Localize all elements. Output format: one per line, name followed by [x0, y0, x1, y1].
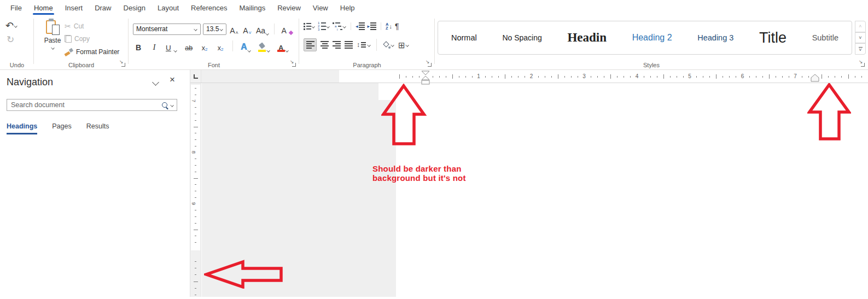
menu-tab[interactable]: View — [307, 0, 334, 15]
paste-button[interactable]: Paste — [42, 19, 63, 58]
style-gallery-item[interactable]: Title — [759, 30, 787, 46]
menu-tab[interactable]: Draw — [89, 0, 117, 15]
menu-tab-label: View — [313, 4, 328, 12]
navigation-tab[interactable]: Headings — [7, 122, 37, 134]
chevron-down-icon — [342, 25, 346, 28]
styles-dialog-launcher-icon[interactable] — [859, 61, 865, 67]
indent-lines-icon — [359, 22, 365, 30]
change-case-button[interactable]: Aa — [255, 23, 270, 35]
navigation-tab[interactable]: Results — [86, 122, 109, 134]
menu-tab[interactable]: Insert — [59, 0, 89, 15]
arrow-left-icon: ◂ — [356, 24, 358, 29]
multilevel-list-button[interactable]: a i — [333, 22, 346, 31]
styles-more-button[interactable]: ˅ — [855, 43, 866, 55]
search-icon[interactable] — [161, 102, 168, 109]
font-name-combobox[interactable]: Montserrat — [133, 24, 201, 35]
navigation-tab-label: Results — [86, 122, 109, 130]
strikethrough-button[interactable]: ab — [183, 40, 194, 52]
shrink-font-button[interactable]: A˅ — [242, 23, 253, 35]
right-indent-marker[interactable] — [811, 74, 819, 83]
spacing-lines-icon — [361, 42, 366, 48]
menu-tab-label: Layout — [158, 4, 179, 12]
menu-tab[interactable]: Design — [118, 0, 152, 15]
menu-tab[interactable]: Mailings — [234, 0, 272, 15]
search-input[interactable] — [7, 101, 161, 109]
document-page[interactable] — [396, 83, 868, 297]
paint-bucket-icon — [382, 41, 391, 49]
align-right-button[interactable] — [333, 41, 341, 49]
annotation-up-arrow-left — [381, 84, 427, 146]
multilevel-list-icon: a i — [333, 22, 342, 31]
highlight-color-button[interactable] — [257, 40, 271, 52]
style-gallery-item[interactable]: No Spacing — [502, 33, 541, 42]
style-gallery-item[interactable]: Subtitle — [812, 33, 838, 42]
bold-button[interactable]: B — [133, 40, 144, 52]
italic-button[interactable]: I — [149, 40, 160, 52]
chevron-down-icon — [173, 49, 177, 52]
chevron-down-icon[interactable] — [152, 79, 159, 86]
ruler-inch-number: 9 — [191, 202, 197, 205]
redo-button[interactable]: ↻ — [7, 35, 14, 45]
paste-dropdown-chevron-icon[interactable] — [51, 46, 55, 50]
superscript-button[interactable]: x2 — [215, 40, 226, 52]
underline-button[interactable]: U — [165, 40, 178, 52]
menu-tab[interactable]: File — [4, 0, 28, 15]
chevron-down-icon[interactable] — [14, 24, 18, 28]
chevron-down-icon[interactable] — [170, 103, 174, 107]
group-label-clipboard: Clipboard — [34, 62, 129, 68]
increase-indent-button[interactable]: ▸ — [368, 22, 377, 30]
styles-scroll-down-button[interactable]: ˅ — [855, 32, 866, 44]
menu-tab[interactable]: Layout — [152, 0, 185, 15]
annotation-up-arrow-right — [807, 83, 851, 141]
paragraph-dialog-launcher-icon[interactable] — [426, 61, 432, 67]
shading-button[interactable] — [382, 41, 394, 49]
menu-tab-label: Home — [34, 4, 53, 12]
style-gallery-item[interactable]: Heading 2 — [632, 33, 672, 43]
styles-scroll-up-button[interactable]: ˄ — [855, 21, 866, 32]
style-gallery-item[interactable]: Normal — [451, 33, 477, 42]
undo-button[interactable]: ↶ — [5, 21, 18, 31]
font-dialog-launcher-icon[interactable] — [290, 61, 296, 67]
sort-button[interactable]: AZ↓ — [386, 22, 392, 30]
paste-clipboard-icon — [45, 19, 60, 35]
menu-tab[interactable]: Help — [334, 0, 361, 15]
align-left-button[interactable] — [304, 38, 317, 51]
chevron-down-icon — [266, 49, 270, 52]
font-size-combobox[interactable]: 13.5 — [203, 24, 226, 35]
format-painter-button[interactable]: Format Painter — [65, 48, 119, 56]
style-gallery-item[interactable]: Heading 3 — [697, 33, 733, 42]
divider — [381, 22, 381, 30]
highlighter-icon — [258, 43, 266, 52]
menu-tab[interactable]: Home — [28, 0, 59, 15]
justify-button[interactable] — [345, 41, 353, 49]
cut-button[interactable]: ✂ Cut — [65, 22, 84, 31]
borders-button[interactable]: ⊞ — [398, 41, 409, 49]
decrease-indent-button[interactable]: ◂ — [356, 22, 365, 30]
align-center-button[interactable] — [321, 41, 329, 49]
text-effects-button[interactable]: A — [240, 40, 252, 52]
show-formatting-marks-button[interactable]: ¶ — [395, 22, 399, 31]
tab-selector-button[interactable] — [190, 70, 201, 83]
style-gallery-item[interactable]: Headin — [567, 31, 607, 45]
grow-font-button[interactable]: A˄ — [229, 23, 240, 35]
ribbon-group-font: Montserrat 13.5 A˄ A˅ Aa A B I U ab x2 x… — [129, 15, 299, 69]
format-painter-label: Format Painter — [76, 48, 119, 56]
subscript-button[interactable]: x2 — [199, 40, 210, 52]
copy-button[interactable]: Copy — [65, 35, 90, 43]
line-spacing-button[interactable]: ↕ — [357, 41, 371, 49]
close-icon[interactable]: × — [170, 74, 175, 85]
navigation-pane: Navigation × Headings Pages Results — [0, 70, 190, 297]
navigation-tab[interactable]: Pages — [52, 122, 71, 134]
menu-tab[interactable]: References — [185, 0, 233, 15]
annotation-left-arrow — [204, 259, 284, 289]
numbered-list-button[interactable]: 1 2 3 — [318, 22, 330, 31]
left-indent-marker[interactable] — [421, 71, 430, 85]
divider — [351, 22, 351, 30]
clipboard-dialog-launcher-icon[interactable] — [120, 61, 126, 67]
ruler-inch-number: 7 — [794, 72, 797, 80]
menu-tab-label: Design — [124, 4, 145, 12]
clear-formatting-button[interactable]: A — [278, 23, 289, 35]
bullet-list-button[interactable] — [304, 23, 315, 30]
menu-tab[interactable]: Review — [271, 0, 307, 15]
font-color-button[interactable]: A — [276, 40, 290, 52]
